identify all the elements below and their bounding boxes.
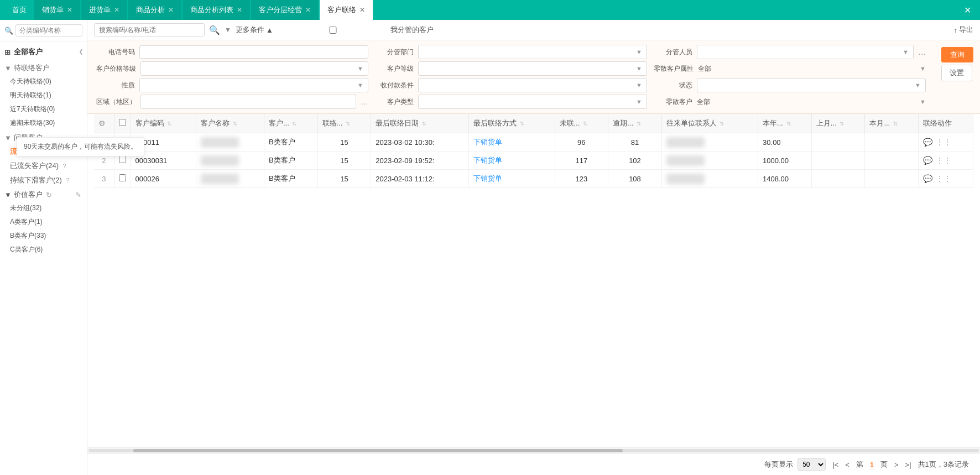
sidebar-item-ungrouped[interactable]: 未分组(32) xyxy=(0,201,87,215)
filter-price-level-select[interactable]: ▼ xyxy=(140,61,368,76)
query-button[interactable]: 查询 xyxy=(941,47,973,62)
row-chat-icon-1[interactable]: 💬 xyxy=(923,138,932,147)
row-contact-3: 15 xyxy=(317,170,371,188)
window-close-icon[interactable]: ✕ xyxy=(960,5,976,15)
settings-button[interactable]: 设置 xyxy=(941,65,972,81)
nav-tab-customer-tier[interactable]: 客户分层经营 ✕ xyxy=(251,0,319,20)
sidebar-item-declining[interactable]: 持续下滑客户(2) ? xyxy=(0,173,87,187)
nav-tab-analysis-list[interactable]: 商品分析列表 ✕ xyxy=(183,0,250,20)
nav-tab-purchase[interactable]: 进货单 ✕ xyxy=(81,0,127,20)
sidebar-all-customers-header[interactable]: ⊞ 全部客户 《 xyxy=(0,44,87,60)
filter-manager-select[interactable]: ▼ xyxy=(697,45,914,59)
sidebar-collapse-icon[interactable]: 《 xyxy=(76,48,82,56)
row-chat-icon-3[interactable]: 💬 xyxy=(923,174,932,183)
pending-arrow-icon: ▼ xyxy=(4,64,12,72)
search-input[interactable] xyxy=(94,23,205,36)
value-refresh-icon[interactable]: ↻ xyxy=(46,191,52,199)
thisyear-sort-icon[interactable]: ⇅ xyxy=(786,121,791,127)
code-sort-icon[interactable]: ⇅ xyxy=(167,121,171,127)
lastway-sort-icon[interactable]: ⇅ xyxy=(520,121,524,127)
filter-region-select[interactable] xyxy=(140,95,356,109)
sidebar-item-7day-pending[interactable]: 近7天待联络(0) xyxy=(0,102,87,116)
sidebar-search-input[interactable] xyxy=(15,24,82,36)
row-name-3[interactable] xyxy=(196,170,264,188)
table-header-row: ⚙ 客户编码 ⇅ 客户名称 ⇅ xyxy=(94,114,973,133)
row-select-3[interactable] xyxy=(119,174,126,181)
custtype-sort-icon[interactable]: ⇅ xyxy=(292,121,296,127)
row-last-month-1 xyxy=(811,133,865,152)
per-page-label: 每页显示 xyxy=(764,460,793,469)
contact-sort-icon[interactable]: ⇅ xyxy=(346,121,350,127)
scrollbar-thumb[interactable] xyxy=(133,449,623,452)
sidebar-item-overdue-pending[interactable]: 逾期未联络(30) xyxy=(0,116,87,130)
sidebar-item-a-class[interactable]: A类客户(1) xyxy=(0,215,87,229)
close-tab-analysis-list[interactable]: ✕ xyxy=(237,6,242,14)
filter-phone-input[interactable] xyxy=(139,45,368,59)
region-more-button[interactable]: … xyxy=(361,97,368,106)
filter-gender: 性质 ▼ xyxy=(96,78,368,92)
current-page-number: 1 xyxy=(868,460,876,470)
nav-tab-sales[interactable]: 销货单 ✕ xyxy=(34,0,80,20)
nav-tab-customer-contact[interactable]: 客户联络 ✕ xyxy=(320,0,373,20)
scrollbar-area[interactable] xyxy=(87,447,980,453)
page-last-icon[interactable]: >| xyxy=(903,460,914,470)
contactperson-sort-icon[interactable]: ⇅ xyxy=(720,121,724,127)
close-tab-customer-contact[interactable]: ✕ xyxy=(359,6,365,14)
row-this-year-1: 30.00 xyxy=(758,133,812,152)
row-name-2[interactable] xyxy=(196,152,264,170)
table-body: 1 000011 B类客户 15 2023-03-02 10:30: 下销货单 … xyxy=(94,133,973,188)
row-last-contact-way-2[interactable]: 下销货单 xyxy=(468,152,555,170)
my-customers-checkbox[interactable] xyxy=(278,27,388,34)
row-last-contact-way-3[interactable]: 下销货单 xyxy=(468,170,555,188)
filter-payment-select[interactable]: ▼ xyxy=(418,78,647,92)
sidebar-group-value[interactable]: ▼ 价值客户 ↻ ✎ xyxy=(0,187,87,201)
close-tab-purchase[interactable]: ✕ xyxy=(114,6,119,14)
my-customers-checkbox-label[interactable]: 我分管的客户 xyxy=(278,25,434,35)
table-gear-icon[interactable]: ⚙ xyxy=(98,119,106,128)
filter-dept-select[interactable]: ▼ xyxy=(418,45,647,59)
row-actions-3: 💬 ⋮⋮ xyxy=(919,170,973,188)
close-tab-customer-tier[interactable]: ✕ xyxy=(305,6,311,14)
thismonth-sort-icon[interactable]: ⇅ xyxy=(893,121,898,127)
export-button[interactable]: ↑ 导出 xyxy=(954,25,974,35)
row-more-icon-2[interactable]: ⋮⋮ xyxy=(936,156,951,165)
sidebar-item-today-pending[interactable]: 今天待联络(0) xyxy=(0,75,87,88)
th-overdue: 逾期... ⇅ xyxy=(608,114,662,133)
filter-status-select[interactable]: ▼ xyxy=(697,78,926,92)
sidebar-search-icon: 🔍 xyxy=(4,27,13,35)
row-name-1[interactable] xyxy=(196,133,264,152)
per-page-select[interactable]: 50 100 200 xyxy=(797,458,826,471)
row-chat-icon-2[interactable]: 💬 xyxy=(923,156,932,165)
page-next-icon[interactable]: > xyxy=(892,460,901,470)
filter-gender-select[interactable]: ▼ xyxy=(139,78,368,92)
close-tab-sales[interactable]: ✕ xyxy=(67,6,72,14)
sidebar-group-pending[interactable]: ▼ 待联络客户 xyxy=(0,60,87,75)
page-prev-icon[interactable]: < xyxy=(843,460,852,470)
overdue-sort-icon[interactable]: ⇅ xyxy=(637,121,641,127)
select-all-checkbox[interactable] xyxy=(119,119,126,126)
search-button[interactable]: 🔍 xyxy=(209,25,220,35)
row-more-icon-3[interactable]: ⋮⋮ xyxy=(936,174,951,183)
lastdate-sort-icon[interactable]: ⇅ xyxy=(422,121,426,127)
nav-tab-analysis[interactable]: 商品分析 ✕ xyxy=(128,0,181,20)
lastmonth-sort-icon[interactable]: ⇅ xyxy=(840,121,844,127)
page-first-icon[interactable]: |< xyxy=(830,460,841,470)
filter-cust-type-select[interactable]: ▼ xyxy=(418,95,647,109)
sidebar-item-churned[interactable]: 已流失客户(24) ? xyxy=(0,159,87,173)
unlinked-sort-icon[interactable]: ⇅ xyxy=(583,121,587,127)
sidebar-item-c-class[interactable]: C类客户(6) xyxy=(0,243,87,257)
more-conditions-button[interactable]: 更多条件 ▲ xyxy=(236,25,273,35)
row-last-contact-way-1[interactable]: 下销货单 xyxy=(468,133,555,152)
row-unlinked-2: 117 xyxy=(555,152,608,170)
sidebar-item-tomorrow-pending[interactable]: 明天待联络(1) xyxy=(0,88,87,102)
nav-home[interactable]: 首页 xyxy=(4,0,34,20)
declining-question-icon: ? xyxy=(66,177,69,184)
close-tab-analysis[interactable]: ✕ xyxy=(168,6,174,14)
row-select-2[interactable] xyxy=(119,156,126,163)
filter-cust-level-select[interactable]: ▼ xyxy=(418,61,647,76)
name-sort-icon[interactable]: ⇅ xyxy=(233,121,237,127)
sidebar-item-b-class[interactable]: B类客户(33) xyxy=(0,229,87,243)
manager-more-button[interactable]: … xyxy=(918,48,926,56)
row-more-icon-1[interactable]: ⋮⋮ xyxy=(936,138,951,147)
value-edit-icon[interactable]: ✎ xyxy=(75,191,81,199)
